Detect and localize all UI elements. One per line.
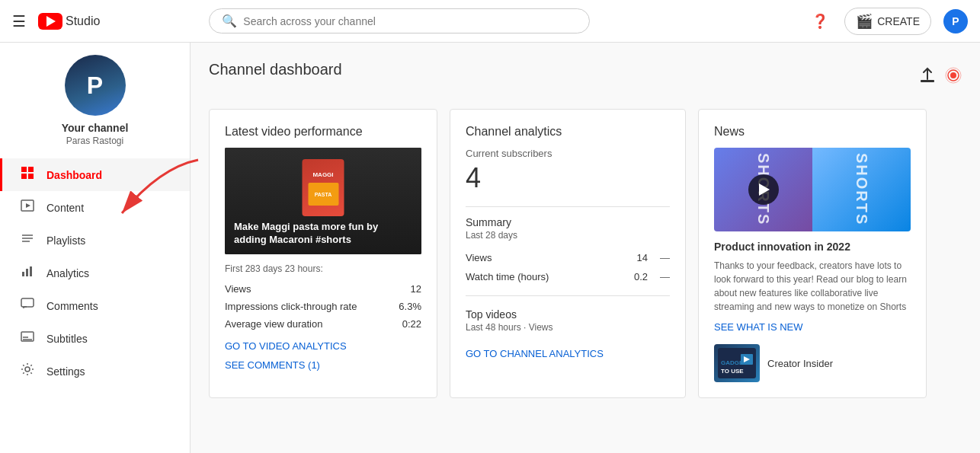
duration-value: 0:22 bbox=[402, 318, 421, 330]
news-thumb-left: SHORTS bbox=[714, 148, 812, 231]
comments-icon bbox=[21, 297, 36, 314]
svg-rect-1 bbox=[28, 167, 34, 172]
video-analytics-link[interactable]: GO TO VIDEO ANALYTICS bbox=[225, 340, 421, 352]
latest-video-card: Latest video performance MAGGI PASTA Mak… bbox=[209, 109, 437, 398]
subtitles-label: Subtitles bbox=[46, 333, 88, 345]
video-thumb-bg: MAGGI PASTA Make Maggi pasta more fun by… bbox=[225, 148, 421, 254]
svg-point-16 bbox=[25, 367, 30, 372]
shorts-label-right: SHORTS bbox=[853, 153, 870, 225]
top-videos-title: Top videos bbox=[466, 308, 670, 321]
svg-rect-11 bbox=[30, 266, 32, 276]
upload-button[interactable] bbox=[919, 67, 936, 88]
playlists-label: Playlists bbox=[46, 234, 85, 247]
search-icon: 🔍 bbox=[222, 14, 237, 28]
creator-insider-section: GADGETS TO USE Creator Insider bbox=[714, 344, 911, 382]
sidebar-item-analytics[interactable]: Analytics bbox=[0, 257, 190, 289]
sidebar: P Your channel Paras Rastogi Dashboard C… bbox=[0, 43, 191, 453]
top-videos-period: Last 48 hours · Views bbox=[466, 322, 670, 333]
package-detail: PASTA bbox=[308, 183, 338, 206]
analytics-watchtime-value: 0.2 bbox=[634, 271, 648, 282]
sidebar-item-settings[interactable]: Settings bbox=[0, 355, 190, 388]
dashboard-label: Dashboard bbox=[46, 169, 102, 181]
news-thumbnail: SHORTS SHORTS bbox=[714, 148, 911, 231]
article-title: Product innovation in 2022 bbox=[714, 241, 911, 253]
user-avatar[interactable]: P bbox=[943, 9, 968, 33]
arrow-overlay bbox=[191, 152, 206, 247]
live-button[interactable] bbox=[945, 67, 962, 88]
settings-label: Settings bbox=[46, 365, 85, 378]
duration-label: Average view duration bbox=[225, 318, 322, 330]
analytics-views-label: Views bbox=[466, 252, 492, 263]
channel-analytics-card: Channel analytics Current subscribers 4 … bbox=[450, 109, 686, 398]
summary-period: Last 28 days bbox=[466, 230, 670, 241]
comments-label: Comments bbox=[46, 300, 98, 312]
svg-rect-0 bbox=[21, 167, 27, 172]
help-button[interactable]: ❓ bbox=[808, 9, 832, 33]
channel-handle: Paras Rastogi bbox=[66, 136, 123, 146]
header-right: ❓ 🎬 CREATE P bbox=[808, 8, 968, 35]
article-body: Thanks to your feedback, creators have l… bbox=[714, 259, 911, 314]
menu-icon[interactable]: ☰ bbox=[12, 12, 26, 30]
analytics-watchtime-row: Watch time (hours) 0.2 — bbox=[466, 267, 670, 286]
sidebar-item-playlists[interactable]: Playlists bbox=[0, 224, 190, 257]
create-label: CREATE bbox=[877, 15, 920, 27]
studio-label: Studio bbox=[66, 14, 100, 28]
stat-row-duration: Average view duration 0:22 bbox=[225, 315, 421, 333]
svg-rect-9 bbox=[22, 272, 24, 276]
video-package: MAGGI PASTA bbox=[303, 159, 344, 216]
help-icon: ❓ bbox=[812, 13, 828, 30]
channel-analytics-link[interactable]: GO TO CHANNEL ANALYTICS bbox=[466, 348, 670, 359]
yt-icon bbox=[38, 13, 62, 30]
header: ☰ Studio 🔍 ❓ 🎬 CREATE P bbox=[0, 0, 980, 43]
analytics-icon bbox=[21, 264, 36, 282]
video-title-overlay: Make Maggi pasta more fun by adding Maca… bbox=[234, 221, 412, 247]
content-icon bbox=[21, 199, 36, 216]
sidebar-item-comments[interactable]: Comments bbox=[0, 289, 190, 322]
analytics-views-value: 14 bbox=[637, 252, 648, 263]
svg-rect-17 bbox=[921, 80, 934, 82]
svg-rect-10 bbox=[26, 269, 28, 276]
divider-1 bbox=[466, 206, 670, 207]
main-layout: P Your channel Paras Rastogi Dashboard C… bbox=[0, 43, 980, 453]
main-content: Channel dashboard Latest video performan… bbox=[191, 43, 980, 453]
news-play-button[interactable] bbox=[748, 174, 779, 205]
svg-rect-3 bbox=[28, 174, 34, 179]
news-thumb-right: SHORTS bbox=[812, 148, 911, 231]
header-actions bbox=[919, 67, 962, 88]
svg-rect-12 bbox=[21, 298, 34, 307]
svg-marker-5 bbox=[26, 203, 30, 208]
views-label: Views bbox=[225, 283, 251, 295]
stat-row-views: Views 12 bbox=[225, 280, 421, 298]
ctr-label: Impressions click-through rate bbox=[225, 301, 357, 312]
channel-avatar[interactable]: P bbox=[65, 55, 126, 116]
sidebar-item-dashboard[interactable]: Dashboard bbox=[0, 158, 190, 191]
channel-name: Your channel bbox=[62, 122, 129, 134]
sidebar-item-subtitles[interactable]: Subtitles bbox=[0, 322, 190, 355]
latest-video-title: Latest video performance bbox=[225, 125, 421, 139]
dashboard-icon bbox=[21, 166, 36, 183]
see-comments-link[interactable]: SEE COMMENTS (1) bbox=[225, 359, 421, 371]
views-value: 12 bbox=[411, 283, 421, 295]
video-thumbnail[interactable]: MAGGI PASTA Make Maggi pasta more fun by… bbox=[225, 148, 421, 254]
content-label: Content bbox=[46, 202, 84, 214]
analytics-views-dash: — bbox=[660, 252, 670, 263]
see-what-is-new-link[interactable]: SEE WHAT IS NEW bbox=[714, 321, 803, 333]
ctr-value: 6.3% bbox=[399, 301, 421, 312]
analytics-label: Analytics bbox=[46, 267, 89, 279]
analytics-watchtime-label: Watch time (hours) bbox=[466, 271, 549, 282]
create-button[interactable]: 🎬 CREATE bbox=[844, 8, 931, 35]
news-title: News bbox=[714, 125, 911, 139]
creator-insider-image: GADGETS TO USE bbox=[714, 344, 760, 382]
svg-text:TO USE: TO USE bbox=[721, 368, 744, 375]
page-title: Channel dashboard bbox=[209, 61, 342, 78]
package-brand: MAGGI bbox=[311, 170, 335, 180]
yt-play-icon bbox=[46, 16, 56, 27]
sidebar-item-content[interactable]: Content bbox=[0, 191, 190, 224]
stat-row-ctr: Impressions click-through rate 6.3% bbox=[225, 298, 421, 315]
svg-rect-2 bbox=[21, 174, 27, 179]
avatar-letter: P bbox=[87, 72, 103, 100]
subtitles-icon bbox=[21, 330, 36, 347]
search-input[interactable] bbox=[243, 15, 577, 27]
divider-2 bbox=[466, 295, 670, 296]
svg-point-18 bbox=[950, 72, 956, 78]
